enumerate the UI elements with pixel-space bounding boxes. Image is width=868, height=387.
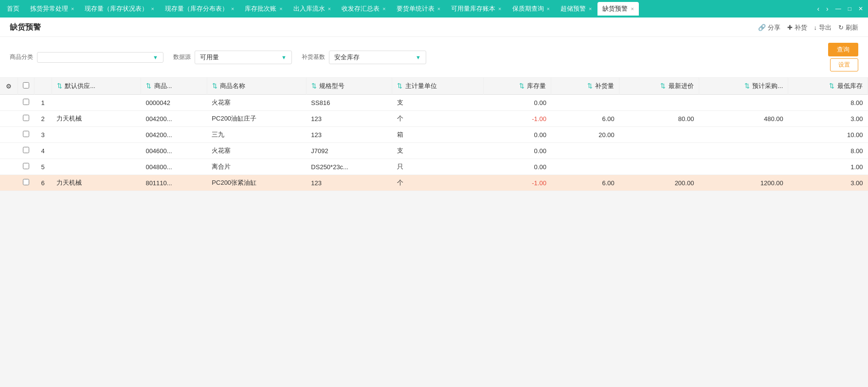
col-est-purchase-label: 预计采购... bbox=[752, 82, 783, 89]
window-close-button[interactable]: ✕ bbox=[855, 4, 866, 13]
row-checkbox-cell[interactable] bbox=[18, 159, 34, 175]
row-checkbox-5[interactable] bbox=[23, 179, 29, 185]
cell-goods_name: 三九 bbox=[207, 127, 306, 143]
refresh-action[interactable]: ↻ 刷新 bbox=[838, 23, 858, 32]
sort-icon: ⇅ bbox=[212, 82, 217, 89]
cell-replenish_qty bbox=[551, 159, 619, 175]
row-checkbox-2[interactable] bbox=[23, 131, 29, 137]
col-stock-qty-label: 库存量 bbox=[527, 82, 546, 89]
tab-in-out-flow[interactable]: 出入库流水× bbox=[289, 2, 336, 16]
tab-batch-account[interactable]: 库存批次账× bbox=[240, 2, 287, 16]
settings-button[interactable]: 设置 bbox=[830, 58, 858, 71]
tab-stock-dist[interactable]: 现存量（库存分布表）× bbox=[160, 2, 239, 16]
tab-label-shortage-warn: 缺货预警 bbox=[602, 4, 628, 13]
tab-close-demand-stats[interactable]: × bbox=[437, 6, 440, 12]
tab-close-in-out-flow[interactable]: × bbox=[328, 6, 331, 12]
tab-demand-stats[interactable]: 要货单统计表× bbox=[392, 2, 445, 16]
tab-shortage-warn[interactable]: 缺货预警× bbox=[597, 2, 638, 16]
cell-spec: 123 bbox=[306, 127, 392, 143]
table-row: 4004600...火花塞J7092支0.008.00 bbox=[0, 143, 868, 159]
tab-close-expiry-query[interactable]: × bbox=[547, 6, 550, 12]
row-checkbox-4[interactable] bbox=[23, 163, 29, 169]
main-content: ⚙ ⇅ 默认供应... ⇅ 商品... ⇅ bbox=[0, 78, 868, 191]
col-checkbox[interactable] bbox=[18, 78, 34, 95]
tab-available-ledger[interactable]: 可用量库存账本× bbox=[446, 2, 506, 16]
replenish-base-select[interactable]: 安全库存 ▼ bbox=[329, 51, 426, 64]
category-select[interactable]: ▼ bbox=[37, 52, 163, 63]
tab-close-stock-dist[interactable]: × bbox=[231, 6, 234, 12]
refresh-label: 刷新 bbox=[846, 23, 858, 32]
cell-supplier bbox=[52, 95, 141, 111]
row-checkbox-cell[interactable] bbox=[18, 127, 34, 143]
select-all-checkbox[interactable] bbox=[23, 82, 29, 88]
cell-goods_name: PC200油缸庄子 bbox=[207, 111, 306, 127]
cell-latest_price bbox=[619, 143, 699, 159]
tab-stock-status[interactable]: 现存量（库存状况表）× bbox=[80, 2, 159, 16]
col-stock-qty[interactable]: ⇅ 库存量 bbox=[483, 78, 551, 95]
row-checkbox-3[interactable] bbox=[23, 147, 29, 153]
window-maximize-button[interactable]: □ bbox=[845, 4, 854, 13]
tab-prev-button[interactable]: ‹ bbox=[814, 4, 822, 14]
row-checkbox-cell[interactable] bbox=[18, 143, 34, 159]
window-minimize-button[interactable]: — bbox=[832, 4, 844, 13]
row-number: 5 bbox=[34, 159, 52, 175]
share-action[interactable]: 🔗 分享 bbox=[758, 23, 780, 32]
cell-supplier: 力天机械 bbox=[52, 175, 141, 191]
tab-expiry-query[interactable]: 保质期查询× bbox=[507, 2, 555, 16]
datasource-value: 可用量 bbox=[200, 53, 219, 62]
tab-close-overstock-warn[interactable]: × bbox=[589, 6, 592, 12]
tab-receive-summary[interactable]: 收发存汇总表× bbox=[337, 2, 390, 16]
sort-icon: ⇅ bbox=[587, 82, 593, 89]
cell-stock_qty: 0.00 bbox=[483, 95, 551, 111]
category-label: 商品分类 bbox=[10, 53, 33, 61]
query-button[interactable]: 查询 bbox=[828, 43, 858, 56]
row-checkbox-cell[interactable] bbox=[18, 175, 34, 191]
cell-min_stock: 10.00 bbox=[788, 127, 868, 143]
sort-icon: ⇅ bbox=[146, 82, 151, 89]
col-min-stock[interactable]: ⇅ 最低库存 bbox=[788, 78, 868, 95]
cell-latest_price bbox=[619, 159, 699, 175]
tab-label-pick-abnormal: 拣货异常处理 bbox=[30, 4, 68, 13]
cell-spec: 123 bbox=[306, 175, 392, 191]
tab-home[interactable]: 首页 bbox=[2, 2, 24, 16]
cell-supplier bbox=[52, 143, 141, 159]
table-row: 10000042火花塞SS816支0.008.00 bbox=[0, 95, 868, 111]
tab-label-expiry-query: 保质期查询 bbox=[512, 4, 544, 13]
cell-spec: J7092 bbox=[306, 143, 392, 159]
col-supplier[interactable]: ⇅ 默认供应... bbox=[52, 78, 141, 95]
col-goods-name[interactable]: ⇅ 商品名称 bbox=[207, 78, 306, 95]
export-icon: ↓ bbox=[814, 24, 817, 31]
sort-icon: ⇅ bbox=[311, 82, 317, 89]
col-spec[interactable]: ⇅ 规格型号 bbox=[306, 78, 392, 95]
cell-stock_qty: 0.00 bbox=[483, 143, 551, 159]
col-replenish-qty[interactable]: ⇅ 补货量 bbox=[551, 78, 619, 95]
col-min-stock-label: 最低库存 bbox=[837, 82, 863, 89]
col-est-purchase[interactable]: ⇅ 预计采购... bbox=[699, 78, 788, 95]
tab-close-shortage-warn[interactable]: × bbox=[631, 6, 633, 12]
tab-next-button[interactable]: › bbox=[823, 4, 832, 14]
col-unit[interactable]: ⇅ 主计量单位 bbox=[392, 78, 483, 95]
tab-close-pick-abnormal[interactable]: × bbox=[71, 6, 74, 12]
tab-nav-buttons: ‹ › — □ ✕ bbox=[814, 4, 866, 14]
export-action[interactable]: ↓ 导出 bbox=[814, 23, 832, 32]
replenish-base-chevron-icon: ▼ bbox=[416, 54, 421, 60]
tab-pick-abnormal[interactable]: 拣货异常处理× bbox=[25, 2, 79, 16]
col-gear[interactable]: ⚙ bbox=[0, 78, 18, 95]
tab-close-available-ledger[interactable]: × bbox=[498, 6, 501, 12]
col-latest-price[interactable]: ⇅ 最新进价 bbox=[619, 78, 699, 95]
col-spec-label: 规格型号 bbox=[319, 82, 344, 89]
tab-close-batch-account[interactable]: × bbox=[279, 6, 282, 12]
row-checkbox-cell[interactable] bbox=[18, 111, 34, 127]
cell-est_purchase bbox=[699, 95, 788, 111]
row-checkbox-1[interactable] bbox=[23, 115, 29, 121]
tab-close-receive-summary[interactable]: × bbox=[382, 6, 385, 12]
datasource-select[interactable]: 可用量 ▼ bbox=[195, 51, 292, 64]
row-checkbox-0[interactable] bbox=[23, 99, 29, 105]
row-number: 4 bbox=[34, 143, 52, 159]
row-checkbox-cell[interactable] bbox=[18, 95, 34, 111]
tab-overstock-warn[interactable]: 超储预警× bbox=[556, 2, 597, 16]
tab-close-stock-status[interactable]: × bbox=[151, 6, 154, 12]
cell-replenish_qty: 6.00 bbox=[551, 111, 619, 127]
col-goods-code[interactable]: ⇅ 商品... bbox=[141, 78, 207, 95]
replenish-action[interactable]: ✚ 补货 bbox=[787, 23, 807, 32]
